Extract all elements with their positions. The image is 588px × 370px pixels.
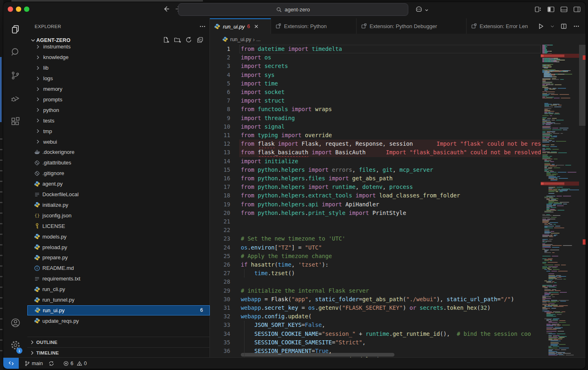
activity-run-debug[interactable]	[3, 88, 27, 108]
tree-file-agent.py[interactable]: agent.py	[27, 179, 210, 189]
problems-status[interactable]: 6 0	[63, 361, 87, 366]
tree-file-update_reqs.py[interactable]: update_reqs.py	[27, 315, 210, 326]
code-line-19[interactable]: 19from python.helpers.api import ApiHand…	[210, 200, 541, 209]
code-line-18[interactable]: 18from python.helpers.extract_tools impo…	[210, 191, 541, 200]
tab-extension-python[interactable]: Extension: Python	[271, 18, 357, 34]
tree-folder-tests[interactable]: tests	[27, 115, 210, 126]
toggle-primary-sidebar-icon[interactable]	[547, 5, 555, 13]
outline-section[interactable]: OUTLINE	[27, 337, 210, 347]
tree-file-run_ui.py[interactable]: run_ui.py6	[27, 305, 210, 316]
code-line-3[interactable]: 3import secrets	[210, 62, 541, 70]
copilot-dropdown-chevron-icon[interactable]	[425, 8, 429, 12]
breadcrumb-more[interactable]: ...	[256, 37, 260, 42]
tree-file-preload.py[interactable]: preload.py	[27, 242, 210, 252]
code-line-6[interactable]: 6import socket	[210, 88, 541, 96]
code-line-11[interactable]: 11from typing import override	[210, 131, 541, 140]
code-line-30[interactable]: 30webapp = Flask("app", static_folder=ge…	[210, 295, 541, 304]
minimap[interactable]	[541, 45, 579, 357]
tree-folder-knowledge[interactable]: knowledge	[27, 52, 210, 63]
code-line-33[interactable]: 33 JSON_SORT_KEYS=False,	[210, 321, 541, 329]
command-center-search[interactable]: agent-zero	[178, 3, 408, 16]
code-editor[interactable]: 1from datetime import timedelta2import o…	[210, 45, 586, 357]
code-line-20[interactable]: 20from python.helpers.print_style import…	[210, 209, 541, 217]
back-arrow-icon[interactable]	[163, 5, 170, 13]
code-line-27[interactable]: 27 time.tzset()	[210, 269, 541, 278]
tree-file-run_tunnel.py[interactable]: run_tunnel.py	[27, 295, 210, 305]
project-section-header[interactable]: AGENT-ZERO	[27, 36, 210, 44]
refresh-icon[interactable]	[185, 36, 192, 44]
tree-folder-instruments[interactable]: instruments	[27, 44, 210, 52]
tab-extension-error-len[interactable]: Extension: Error Len	[467, 18, 540, 34]
toggle-panel-icon[interactable]	[560, 5, 568, 13]
tree-folder-webui[interactable]: webui	[27, 136, 210, 147]
code-line-1[interactable]: 1from datetime import timedelta	[210, 45, 541, 53]
tree-folder-python[interactable]: python	[27, 105, 210, 115]
tree-file-prepare.py[interactable]: prepare.py	[27, 252, 210, 263]
activity-search[interactable]	[3, 42, 27, 62]
code-line-25[interactable]: 25# Apply the timezone change	[210, 252, 541, 261]
tree-file-.dockerignore[interactable]: .dockerignore	[27, 147, 210, 158]
breadcrumb[interactable]: run_ui.py › ...	[210, 34, 586, 45]
code-line-21[interactable]: 21	[210, 217, 541, 226]
activity-explorer[interactable]	[3, 20, 27, 39]
collapse-folders-icon[interactable]	[196, 36, 204, 44]
tab-run-ui-py[interactable]: run_ui.py6	[210, 18, 271, 34]
explorer-more-icon[interactable]	[198, 22, 207, 31]
toggle-secondary-sidebar-icon[interactable]	[573, 5, 581, 13]
code-line-12[interactable]: 12from flask import Flask, request, Resp…	[210, 140, 541, 148]
code-line-15[interactable]: 15from python.helpers import errors, fil…	[210, 166, 541, 174]
remote-indicator[interactable]	[3, 358, 19, 369]
code-line-8[interactable]: 8from functools import wraps	[210, 105, 541, 114]
code-line-24[interactable]: 24os.environ["TZ"] = "UTC"	[210, 243, 541, 252]
code-line-35[interactable]: 35 SESSION_COOKIE_SAMESITE="Strict",	[210, 338, 541, 347]
code-line-4[interactable]: 4import sys	[210, 71, 541, 79]
tree-file-LICENSE[interactable]: LICENSE	[27, 221, 210, 231]
branch-status[interactable]: main	[24, 361, 43, 366]
tree-folder-prompts[interactable]: prompts	[27, 94, 210, 105]
editor-more-actions-icon[interactable]	[573, 23, 580, 30]
activity-accounts[interactable]	[3, 313, 27, 333]
tree-file-DockerfileLocal[interactable]: DockerfileLocal	[27, 189, 210, 200]
close-tab-icon[interactable]	[253, 23, 260, 30]
timeline-section[interactable]: TIMELINE	[27, 347, 210, 358]
tree-folder-memory[interactable]: memory	[27, 84, 210, 94]
code-line-9[interactable]: 9import threading	[210, 114, 541, 123]
tree-file-jsconfig.json[interactable]: {}jsconfig.json	[27, 210, 210, 221]
new-file-icon[interactable]	[162, 36, 170, 44]
code-line-17[interactable]: 17from python.helpers import runtime, do…	[210, 183, 541, 191]
code-line-16[interactable]: 16from python.helpers.files import get_a…	[210, 174, 541, 183]
run-button[interactable]	[537, 23, 544, 30]
code-line-34[interactable]: 34 SESSION_COOKIE_NAME="session_" + runt…	[210, 330, 541, 338]
code-line-36[interactable]: 36 SESSION_PERMANENT=True,	[210, 347, 541, 355]
code-line-32[interactable]: 32webapp.config.update(	[210, 312, 541, 321]
tree-file-initialize.py[interactable]: initialize.py	[27, 200, 210, 210]
window-minimize-button[interactable]	[16, 7, 21, 12]
code-line-7[interactable]: 7import struct	[210, 96, 541, 105]
tree-file-.gitignore[interactable]: .gitignore	[27, 168, 210, 179]
code-line-10[interactable]: 10import signal	[210, 123, 541, 131]
tree-folder-lib[interactable]: lib	[27, 63, 210, 73]
code-line-2[interactable]: 2import os	[210, 53, 541, 62]
code-line-14[interactable]: 14import initialize	[210, 157, 541, 166]
tree-folder-logs[interactable]: logs	[27, 73, 210, 84]
window-maximize-button[interactable]	[24, 7, 29, 12]
code-line-29[interactable]: 29# initialize the internal Flask server	[210, 287, 541, 295]
code-line-28[interactable]: 28	[210, 278, 541, 286]
code-line-22[interactable]: 22	[210, 226, 541, 234]
split-editor-icon[interactable]	[560, 23, 567, 30]
sync-status[interactable]	[48, 361, 54, 366]
code-line-23[interactable]: 23# Set the new timezone to 'UTC'	[210, 234, 541, 243]
copilot-icon[interactable]	[415, 5, 423, 13]
code-line-26[interactable]: 26if hasattr(time, 'tzset'):	[210, 261, 541, 269]
breadcrumb-file[interactable]: run_ui.py	[230, 37, 251, 42]
tab-extension-python-debugger[interactable]: Extension: Python Debugger	[357, 18, 467, 34]
code-line-13[interactable]: 13from flask_basicauth import BasicAuth …	[210, 148, 541, 157]
tree-file-requirements.txt[interactable]: requirements.txt	[27, 274, 210, 284]
tree-file-run_cli.py[interactable]: run_cli.py	[27, 284, 210, 295]
new-folder-icon[interactable]	[174, 36, 181, 44]
activity-extensions[interactable]	[3, 112, 27, 131]
tree-file-README.md[interactable]: README.md	[27, 263, 210, 274]
customize-layout-icon[interactable]	[534, 5, 542, 13]
run-dropdown-chevron-icon[interactable]	[550, 23, 555, 30]
tree-file-models.py[interactable]: models.py	[27, 231, 210, 242]
